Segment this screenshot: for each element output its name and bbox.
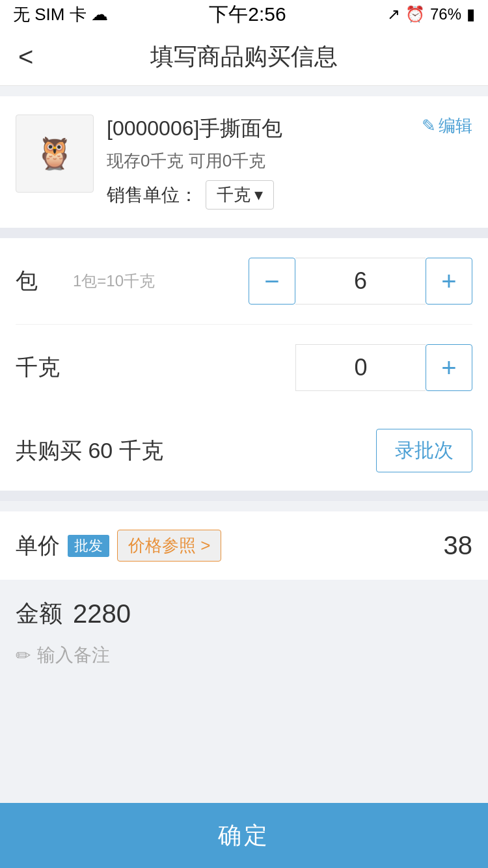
- batch-button[interactable]: 录批次: [376, 429, 472, 472]
- bao-hint: 1包=10千克: [73, 271, 249, 292]
- confirm-label: 确定: [218, 820, 270, 852]
- total-text: 共购买 60 千克: [16, 436, 163, 466]
- amount-section: 金额 2280 ✏ 输入备注: [0, 580, 488, 678]
- carrier-text: 无 SIM 卡 ☁: [13, 3, 108, 26]
- unit-label: 销售单位：: [107, 183, 198, 208]
- amount-label: 金额: [16, 598, 62, 630]
- location-icon: ↗: [387, 5, 400, 23]
- bao-minus-button[interactable]: −: [249, 258, 295, 305]
- status-time: 下午2:56: [209, 1, 286, 28]
- kg-qty-input[interactable]: [295, 344, 426, 391]
- kg-label: 千克: [16, 353, 68, 383]
- quantity-section: 包 1包=10千克 − + 千克 +: [0, 238, 488, 411]
- battery-icon: ▮: [467, 5, 475, 23]
- product-logo: 🦉: [35, 135, 74, 172]
- bao-row: 包 1包=10千克 − +: [16, 238, 472, 325]
- chevron-down-icon: ▾: [254, 185, 263, 205]
- price-label: 单价: [16, 531, 60, 561]
- confirm-button[interactable]: 确定: [0, 803, 488, 868]
- edit-button[interactable]: ✎ 编辑: [422, 115, 472, 137]
- amount-value: 2280: [73, 599, 131, 629]
- alarm-icon: ⏰: [405, 5, 425, 23]
- price-label-group: 单价 批发 价格参照 >: [16, 530, 221, 562]
- product-image: 🦉: [16, 115, 94, 193]
- status-bar: 无 SIM 卡 ☁ 下午2:56 ↗ ⏰ 76% ▮: [0, 0, 488, 29]
- kg-row: 千克 +: [16, 325, 472, 411]
- price-ref-button[interactable]: 价格参照 >: [117, 530, 221, 562]
- product-card: 🦉 [0000006]手撕面包 ✎ 编辑 现存0千克 可用0千克 销售单位： 千…: [0, 96, 488, 228]
- pifa-badge: 批发: [68, 535, 109, 557]
- kg-qty-control: +: [295, 344, 472, 391]
- bao-qty-control: − +: [249, 258, 472, 305]
- product-info: [0000006]手撕面包 ✎ 编辑 现存0千克 可用0千克 销售单位： 千克 …: [107, 115, 472, 210]
- edit-icon: ✎: [422, 116, 436, 136]
- product-stock: 现存0千克 可用0千克: [107, 150, 472, 172]
- page-title: 填写商品购买信息: [150, 41, 338, 73]
- price-value: 38: [444, 531, 473, 560]
- bao-plus-button[interactable]: +: [426, 258, 472, 305]
- nav-bar: < 填写商品购买信息: [0, 29, 488, 86]
- status-right: ↗ ⏰ 76% ▮: [387, 5, 475, 23]
- divider-2: [0, 491, 488, 501]
- total-row: 共购买 60 千克 录批次: [0, 411, 488, 491]
- remark-placeholder[interactable]: 输入备注: [37, 643, 110, 668]
- battery-text: 76%: [430, 5, 461, 23]
- bao-label: 包: [16, 266, 68, 296]
- price-section: 单价 批发 价格参照 > 38: [0, 511, 488, 580]
- back-button[interactable]: <: [18, 42, 33, 72]
- bao-qty-input[interactable]: [295, 258, 426, 305]
- product-name: [0000006]手撕面包: [107, 115, 282, 143]
- kg-plus-button[interactable]: +: [426, 344, 472, 391]
- pencil-icon: ✏: [16, 645, 31, 666]
- divider-1: [0, 228, 488, 238]
- status-left: 无 SIM 卡 ☁: [13, 3, 108, 26]
- unit-select[interactable]: 千克 ▾: [206, 180, 274, 210]
